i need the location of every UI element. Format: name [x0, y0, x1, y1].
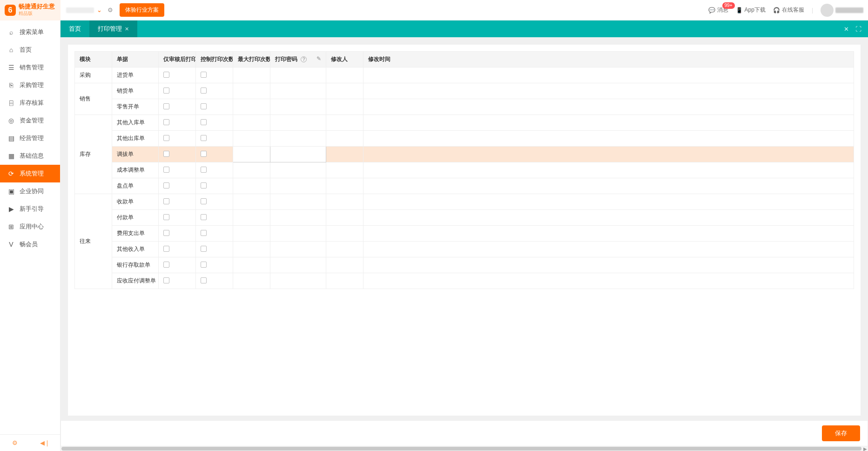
fullscreen-icon[interactable]: ⛶ [855, 26, 861, 33]
cell-modifier [326, 242, 363, 257]
sidebar-item-2[interactable]: ☰销售管理 [0, 59, 60, 76]
cell-doc: 收款单 [112, 194, 159, 210]
headset-icon: 🎧 [773, 7, 780, 13]
checkbox[interactable] [163, 151, 169, 157]
checkbox[interactable] [163, 72, 169, 78]
tab-home[interactable]: 首页 [61, 20, 89, 37]
checkbox[interactable] [163, 88, 169, 94]
checkbox[interactable] [163, 277, 169, 283]
cell-password[interactable] [270, 147, 326, 162]
col-password: 打印密码 ? ✎ [270, 52, 326, 67]
checkbox[interactable] [201, 262, 207, 268]
checkbox[interactable] [201, 103, 207, 109]
sidebar-settings-icon[interactable]: ⚙ [0, 435, 30, 451]
scroll-right-icon[interactable]: ▶ [863, 446, 867, 451]
sidebar-item-10[interactable]: ▶新手引导 [0, 200, 60, 218]
checkbox[interactable] [201, 198, 207, 204]
horizontal-scrollbar[interactable]: ▶ [61, 446, 868, 451]
cell-modifier [326, 99, 363, 115]
user-menu[interactable] [821, 4, 863, 17]
sidebar-collapse-icon[interactable]: ◀❘ [30, 435, 61, 451]
checkbox[interactable] [201, 72, 207, 78]
org-selector[interactable]: ⌄ [66, 7, 102, 13]
checkbox[interactable] [201, 230, 207, 236]
cell-max-count[interactable] [233, 147, 270, 162]
sidebar-item-5[interactable]: ◎资金管理 [0, 112, 60, 129]
checkbox[interactable] [163, 214, 169, 220]
cell-doc: 应收应付调整单 [112, 273, 159, 289]
cell-max-count [233, 210, 270, 226]
checkbox[interactable] [201, 151, 207, 157]
help-icon[interactable]: ? [301, 56, 307, 62]
checkbox[interactable] [201, 167, 207, 173]
close-icon[interactable]: ✕ [125, 26, 129, 32]
cell-modify-time [363, 194, 854, 210]
table-row: 采购进货单 [75, 67, 854, 83]
cell-modifier [326, 194, 363, 210]
cell-modify-time [363, 115, 854, 131]
tab-print-manage[interactable]: 打印管理 ✕ [89, 20, 137, 37]
cell-doc: 零售开单 [112, 99, 159, 115]
app-download-button[interactable]: 📱 App下载 [736, 6, 766, 14]
sidebar-item-6[interactable]: ▤经营管理 [0, 129, 60, 147]
gear-icon[interactable]: ⚙ [108, 7, 113, 13]
checkbox[interactable] [201, 135, 207, 141]
sidebar-item-0[interactable]: ⌕搜索菜单 [0, 23, 60, 41]
cell-modifier [326, 178, 363, 194]
cell-password [270, 210, 326, 226]
checkbox[interactable] [201, 214, 207, 220]
checkbox[interactable] [163, 103, 169, 109]
cell-doc: 进货单 [112, 67, 159, 83]
checkbox[interactable] [163, 182, 169, 188]
cell-password [270, 178, 326, 194]
cell-control-count [196, 115, 233, 131]
cell-doc: 调拔单 [112, 147, 159, 162]
checkbox[interactable] [201, 277, 207, 283]
table-row: 销售销货单 [75, 83, 854, 99]
sidebar-item-7[interactable]: ▦基础信息 [0, 147, 60, 165]
cell-control-count [196, 147, 233, 162]
edit-icon[interactable]: ✎ [316, 55, 321, 62]
checkbox[interactable] [163, 135, 169, 141]
online-service-button[interactable]: 🎧 在线客服 [773, 6, 804, 14]
checkbox[interactable] [163, 167, 169, 173]
save-button[interactable]: 保存 [822, 425, 860, 441]
sidebar-item-8[interactable]: ⟳系统管理 [0, 165, 60, 182]
tab-close-all-icon[interactable]: ✕ [844, 26, 849, 33]
checkbox[interactable] [201, 182, 207, 188]
checkbox[interactable] [201, 88, 207, 94]
messages-button[interactable]: 💬 消息 99+ [708, 6, 728, 14]
table-row: 应收应付调整单 [75, 273, 854, 289]
print-settings-table: 模块 单据 仅审核后打印 控制打印次数 最大打印次数 打印密码 ? ✎ [74, 51, 854, 289]
scrollbar-thumb[interactable] [61, 447, 861, 451]
checkbox[interactable] [163, 198, 169, 204]
sidebar-item-9[interactable]: ▣企业协同 [0, 182, 60, 200]
sidebar-label: 搜索菜单 [20, 28, 44, 36]
checkbox[interactable] [163, 230, 169, 236]
cell-modifier [326, 115, 363, 131]
sidebar-item-4[interactable]: ⌸库存核算 [0, 94, 60, 112]
sidebar-item-1[interactable]: ⌂首页 [0, 41, 60, 59]
sidebar-icon: ⟳ [7, 170, 15, 177]
cell-doc: 盘点单 [112, 178, 159, 194]
sidebar-label: 畅会员 [20, 240, 38, 249]
checkbox[interactable] [201, 119, 207, 125]
cell-audit-only [159, 131, 196, 147]
brand-name: 畅捷通好生意 [19, 3, 55, 10]
checkbox[interactable] [163, 246, 169, 252]
cell-max-count [233, 178, 270, 194]
sidebar-item-12[interactable]: V畅会员 [0, 236, 60, 253]
checkbox[interactable] [163, 119, 169, 125]
trial-button[interactable]: 体验行业方案 [120, 3, 164, 17]
cell-audit-only [159, 242, 196, 257]
cell-modifier [326, 67, 363, 83]
cell-module: 采购 [75, 67, 112, 83]
cell-password [270, 162, 326, 178]
checkbox[interactable] [163, 262, 169, 268]
sidebar-icon: ⊞ [7, 223, 15, 230]
checkbox[interactable] [201, 246, 207, 252]
col-control-count: 控制打印次数 [196, 52, 233, 67]
cell-control-count [196, 226, 233, 242]
sidebar-item-11[interactable]: ⊞应用中心 [0, 218, 60, 236]
sidebar-item-3[interactable]: ⎘采购管理 [0, 76, 60, 94]
